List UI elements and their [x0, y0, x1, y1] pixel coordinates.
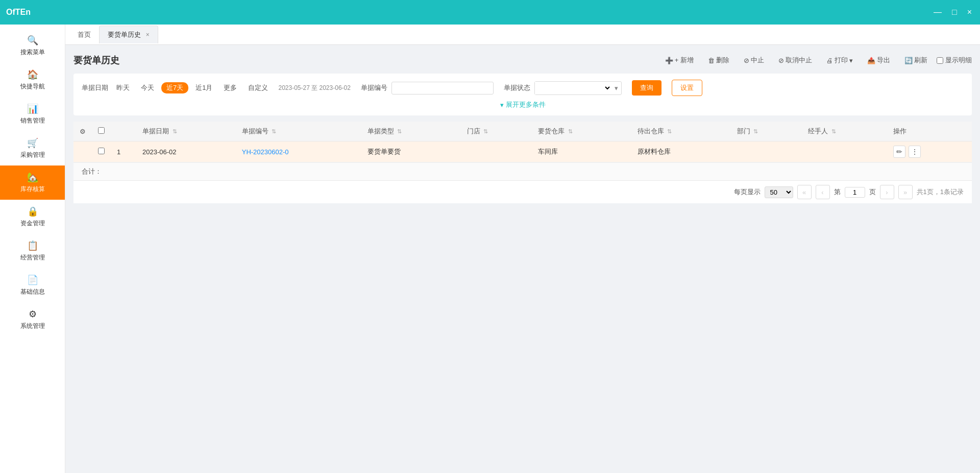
table-footer: 合计：	[74, 162, 972, 180]
first-page-button[interactable]: «	[797, 185, 812, 199]
prev-page-button[interactable]: ‹	[816, 185, 830, 199]
th-doc-type-label: 单据类型	[368, 127, 394, 135]
lock-icon: 🔒	[27, 206, 38, 217]
settings-button[interactable]: 设置	[672, 80, 702, 96]
expand-more-btn[interactable]: ▾ 展开更多条件	[82, 100, 964, 109]
stop-label: 中止	[751, 56, 764, 65]
sidebar-item-inventory[interactable]: 🏡 库存核算	[0, 165, 65, 200]
home-icon: 🏠	[27, 69, 38, 80]
page-size-select[interactable]: 10 20 50 100	[765, 186, 793, 198]
sort-handler-icon[interactable]: ⇅	[831, 128, 836, 134]
display-detail-toggle[interactable]: 显示明细	[937, 56, 972, 65]
date-opt-1month[interactable]: 近1月	[191, 82, 216, 93]
display-detail-checkbox[interactable]	[937, 57, 943, 64]
sort-dept-icon[interactable]: ⇅	[753, 128, 758, 134]
sidebar-item-quick-nav[interactable]: 🏠 快捷导航	[0, 63, 65, 97]
stop-icon: ⊘	[744, 57, 749, 64]
refresh-button[interactable]: 🔄 刷新	[899, 53, 933, 67]
th-req-warehouse: 要货仓库 ⇅	[532, 122, 631, 141]
house-icon: 🏡	[27, 172, 38, 183]
th-req-warehouse-label: 要货仓库	[538, 127, 565, 135]
app-logo: OfTEn	[6, 8, 31, 17]
row-settings	[74, 141, 92, 162]
date-opt-custom[interactable]: 自定义	[244, 82, 272, 93]
settings-icon[interactable]: ⚙	[80, 128, 86, 135]
sort-store-icon[interactable]: ⇅	[483, 128, 488, 134]
date-opt-7days[interactable]: 近7天	[161, 82, 188, 93]
table-row: 1 2023-06-02 YH-20230602-0 要货单要货 车间库 原材料…	[74, 141, 972, 162]
date-opt-more[interactable]: 更多	[219, 82, 241, 93]
sidebar-item-purchase[interactable]: 🛒 采购管理	[0, 131, 65, 165]
tab-home[interactable]: 首页	[69, 26, 99, 43]
status-select[interactable]	[535, 82, 611, 94]
app-name: OfTEn	[6, 8, 31, 17]
row-select-checkbox[interactable]	[98, 148, 105, 154]
sort-doc-no-icon[interactable]: ⇅	[272, 128, 276, 134]
close-button[interactable]: ×	[965, 6, 974, 19]
tab-requisition-label: 要货单历史	[108, 31, 141, 38]
cancel-stop-button[interactable]: ⊘ 取消中止	[773, 53, 817, 67]
filter-row: 单据日期 昨天 今天 近7天 近1月 更多 自定义 2023-05-27 至 2…	[82, 80, 964, 96]
next-page-button[interactable]: ›	[880, 185, 894, 199]
sidebar-label-system: 系统管理	[20, 322, 45, 330]
delete-button[interactable]: 🗑 删除	[703, 53, 734, 67]
date-opt-yesterday[interactable]: 昨天	[112, 82, 134, 93]
table-wrap: ⚙ 单据日期 ⇅	[74, 122, 972, 180]
sidebar-label-operation: 经营管理	[20, 253, 45, 262]
select-all-checkbox[interactable]	[98, 127, 105, 134]
table-header-row: ⚙ 单据日期 ⇅	[74, 122, 972, 141]
maximize-button[interactable]: □	[950, 6, 959, 19]
delete-label: 删除	[716, 56, 729, 65]
th-store-label: 门店	[467, 127, 480, 135]
page-number-input[interactable]	[845, 187, 865, 198]
minimize-button[interactable]: —	[932, 6, 944, 19]
tab-close-icon[interactable]: ×	[146, 31, 150, 38]
th-handler-label: 经手人	[808, 127, 828, 135]
stop-button[interactable]: ⊘ 中止	[739, 53, 769, 67]
print-icon: 🖨	[826, 57, 833, 64]
sort-date-icon[interactable]: ⇅	[173, 128, 177, 134]
row-operation: ✏ ⋮	[887, 141, 972, 162]
doc-number-input[interactable]	[391, 82, 494, 94]
chevron-down-icon: ▾	[500, 101, 504, 109]
pagination-bar: 每页显示 10 20 50 100 « ‹ 第 页 › » 共1页，1条记录	[74, 180, 972, 203]
row-edit-button[interactable]: ✏	[893, 146, 905, 158]
th-checkbox	[92, 122, 111, 141]
export-button[interactable]: 📤 导出	[862, 53, 895, 67]
sidebar-item-finance[interactable]: 🔒 资金管理	[0, 200, 65, 234]
last-page-button[interactable]: »	[898, 185, 913, 199]
th-pending-warehouse: 待出仓库 ⇅	[631, 122, 731, 141]
sort-pending-warehouse-icon[interactable]: ⇅	[667, 128, 672, 134]
th-pending-warehouse-label: 待出仓库	[638, 127, 664, 135]
sort-doc-type-icon[interactable]: ⇅	[397, 128, 402, 134]
tab-requisition-history[interactable]: 要货单历史 ×	[99, 26, 158, 43]
plus-icon: ➕	[665, 57, 673, 64]
content-area: 首页 要货单历史 × 要货单历史 ➕ + 新增	[65, 25, 980, 473]
tabs-bar: 首页 要货单历史 ×	[65, 25, 980, 45]
sidebar-item-operation[interactable]: 📋 经营管理	[0, 234, 65, 268]
doc-no-link[interactable]: YH-20230602-0	[242, 148, 289, 156]
th-handler: 经手人 ⇅	[802, 122, 887, 141]
print-button[interactable]: 🖨 打印 ▾	[821, 53, 858, 67]
cart-icon: 🛒	[27, 137, 38, 149]
sidebar-item-base-info[interactable]: 📄 基础信息	[0, 268, 65, 302]
sidebar-item-system[interactable]: ⚙ 系统管理	[0, 302, 65, 337]
new-button[interactable]: ➕ + 新增	[660, 53, 699, 67]
row-pending-warehouse: 原材料仓库	[631, 141, 731, 162]
row-more-button[interactable]: ⋮	[909, 146, 921, 158]
doc-number-filter: 单据编号	[361, 82, 494, 94]
sort-req-warehouse-icon[interactable]: ⇅	[568, 128, 573, 134]
sidebar-item-sales[interactable]: 📊 销售管理	[0, 97, 65, 131]
gear-icon: ⚙	[29, 309, 37, 320]
query-button[interactable]: 查询	[632, 80, 662, 96]
th-operation: 操作	[887, 122, 972, 141]
th-dept: 部门 ⇅	[731, 122, 802, 141]
sidebar-label-finance: 资金管理	[20, 219, 45, 228]
row-dept	[731, 141, 802, 162]
delete-icon: 🗑	[708, 57, 715, 64]
date-opt-today[interactable]: 今天	[137, 82, 158, 93]
expand-more-label: 展开更多条件	[506, 100, 546, 109]
doc-number-label: 单据编号	[361, 83, 387, 92]
sidebar-item-search[interactable]: 🔍 搜索菜单	[0, 29, 65, 63]
th-dept-label: 部门	[737, 127, 750, 135]
